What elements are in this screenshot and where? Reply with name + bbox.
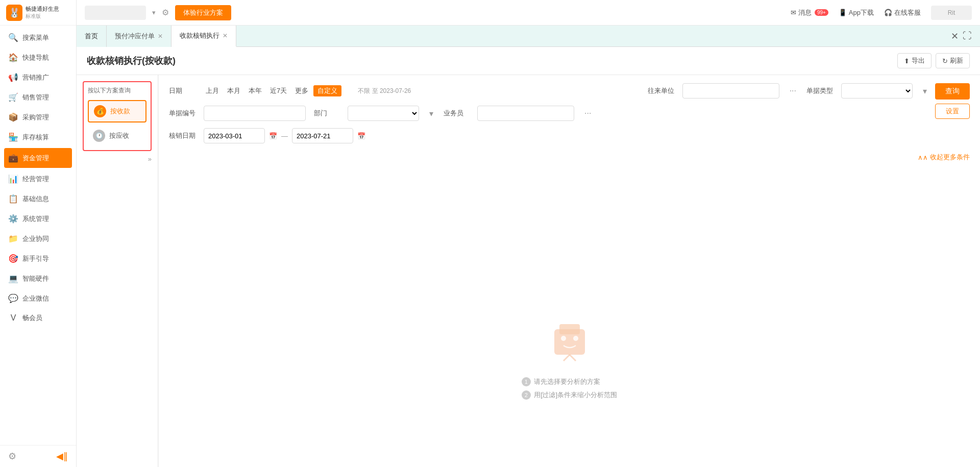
purchase-icon: 📦 [8,112,18,122]
empty-illustration [544,314,595,365]
user-avatar[interactable]: Rit [931,6,972,20]
sidebar-label-operations: 经营管理 [22,175,49,184]
svg-point-3 [573,336,578,341]
left-panel-wrapper: 按以下方案查询 💰 按收款 🕐 按应收 [83,81,152,151]
date-unlimit: 不限 至 2023-07-26 [358,87,411,94]
verify-date-end[interactable] [292,128,353,143]
panel-item-by-receipt[interactable]: 💰 按收款 [88,100,146,122]
date-last-month[interactable]: 上月 [203,85,222,96]
sidebar-item-quicknav[interactable]: 🏠 快捷导航 [0,47,76,67]
sidebar-item-collab[interactable]: 📁 企业协同 [0,229,76,249]
date-label: 日期 [169,86,194,95]
collapse-sidebar-btn[interactable]: ◀‖ [56,451,68,462]
operations-icon: 📊 [8,174,18,184]
tab-home-label: 首页 [85,32,98,41]
page-title-row: 收款核销执行(按收款) ⬆ 导出 ↻ 刷新 [87,53,970,68]
tab-writeoff[interactable]: 收款核销执行 ✕ [172,26,236,47]
messages-btn[interactable]: ✉ 消息 99+ [791,8,828,17]
sidebar-item-purchase[interactable]: 📦 采购管理 [0,107,76,127]
page-actions: ⬆ 导出 ↻ 刷新 [897,53,970,68]
sidebar-item-guide[interactable]: 🎯 新手引导 [0,249,76,268]
sidebar-item-finance[interactable]: 💼 资金管理 [4,148,72,168]
doc-no-label: 单据编号 [169,109,195,118]
staff-input[interactable] [477,106,574,121]
counterpart-dots-icon[interactable]: ··· [788,86,798,95]
query-btn[interactable]: 查询 [935,83,970,100]
staff-label: 业务员 [444,109,469,118]
sidebar-item-operations[interactable]: 📊 经营管理 [0,169,76,189]
receivable-icon: 🕐 [93,130,105,142]
settings-bottom-icon[interactable]: ⚙ [8,451,16,462]
svg-rect-1 [559,324,580,334]
export-icon: ⬆ [904,57,910,65]
app-download-label: App下载 [849,8,874,17]
export-btn[interactable]: ⬆ 导出 [897,53,932,68]
left-panel: 按以下方案查询 💰 按收款 🕐 按应收 » [77,75,158,467]
sidebar-item-sales[interactable]: 🛒 销售管理 [0,87,76,107]
search-icon: 🔍 [8,33,18,42]
sidebar-item-wechat[interactable]: 💬 企业微信 [0,288,76,308]
hardware-icon: 💻 [8,274,18,283]
sidebar-item-member[interactable]: V 畅会员 [0,308,76,328]
sidebar-item-marketing[interactable]: 📢 营销推广 [0,67,76,87]
app-download-btn[interactable]: 📱 App下载 [839,8,874,17]
online-service-btn[interactable]: 🎧 在线客服 [884,8,921,17]
panel-item-by-receivable[interactable]: 🕐 按应收 [88,126,146,146]
chevron-up-icon: ∧∧ [918,154,928,161]
tabbar-actions: ✕ ⛶ [951,31,980,42]
dept-select[interactable] [348,106,419,121]
sidebar-item-search[interactable]: 🔍 搜索菜单 [0,28,76,47]
refresh-btn[interactable]: ↻ 刷新 [936,53,970,68]
svg-point-2 [561,336,566,341]
sidebar-item-inventory[interactable]: 🏪 库存核算 [0,127,76,147]
date-this-month[interactable]: 本月 [224,85,243,96]
sidebar-label-sales: 销售管理 [22,93,49,102]
counterpart-input[interactable] [682,83,779,99]
cal-end-icon[interactable]: 📅 [357,132,365,140]
doc-type-dropdown-icon[interactable]: ▾ [921,86,929,96]
doc-type-label: 单据类型 [806,86,833,95]
sidebar-item-hardware[interactable]: 💻 智能硬件 [0,268,76,288]
topbar-right: ✉ 消息 99+ 📱 App下载 🎧 在线客服 Rit [791,6,972,20]
close-tab-icon[interactable]: ✕ [951,31,959,42]
svg-line-4 [564,355,570,361]
panel-item-label-receipt: 按收款 [110,107,130,116]
sidebar-item-system[interactable]: ⚙️ 系统管理 [0,209,76,229]
doc-type-select[interactable] [841,83,913,99]
messages-label: 消息 [798,8,812,17]
marketing-icon: 📢 [8,72,18,82]
tab-prepay-close-icon[interactable]: ✕ [158,33,163,40]
topbar-gear-icon[interactable]: ⚙ [162,8,169,17]
collapse-more-label: 收起更多条件 [930,153,970,162]
date-custom[interactable]: 自定义 [313,85,341,96]
sidebar-item-basic[interactable]: 📋 基础信息 [0,189,76,209]
expand-tab-icon[interactable]: ⛶ [963,31,972,41]
filter-grid: 日期 上月 本月 本年 近7天 更多 自定义 [169,83,929,151]
sidebar-label-wechat: 企业微信 [22,294,49,303]
verify-date-label: 核销日期 [169,131,195,140]
empty-state: 1 请先选择要分析的方案 2 用[过滤]条件来缩小分析范围 [159,249,980,467]
date-this-year[interactable]: 本年 [246,85,265,96]
dept-dropdown-icon[interactable]: ▾ [427,109,435,118]
tab-prepay[interactable]: 预付冲应付单 ✕ [107,26,172,47]
date-more[interactable]: 更多 [292,85,311,96]
collapse-left-panel-btn[interactable]: » [83,155,152,163]
settings-btn[interactable]: 设置 [935,104,970,119]
tip-num-2: 2 [522,390,531,400]
staff-dots-icon[interactable]: ··· [582,109,593,118]
tab-writeoff-close-icon[interactable]: ✕ [223,32,228,39]
sidebar-label-basic: 基础信息 [22,194,49,204]
verify-date-start[interactable] [204,128,265,143]
counterpart-label: 往来单位 [648,86,674,95]
tab-home[interactable]: 首页 [77,26,107,47]
verify-date-range: 📅 — 📅 [204,128,365,143]
date-7days[interactable]: 近7天 [267,85,290,96]
collapse-more-btn[interactable]: ∧∧ 收起更多条件 [169,153,970,162]
filter-row-2: 单据编号 部门 ▾ 业务员 ··· [169,106,929,121]
cal-start-icon[interactable]: 📅 [269,132,277,140]
sidebar-label-member: 畅会员 [22,313,42,323]
doc-no-input[interactable] [204,106,306,121]
solution-btn[interactable]: 体验行业方案 [175,5,231,20]
main-area: ▾ ⚙ 体验行业方案 ✉ 消息 99+ 📱 App下载 🎧 在线客服 Rit 首… [77,0,980,467]
dropdown-arrow-icon[interactable]: ▾ [152,9,156,16]
